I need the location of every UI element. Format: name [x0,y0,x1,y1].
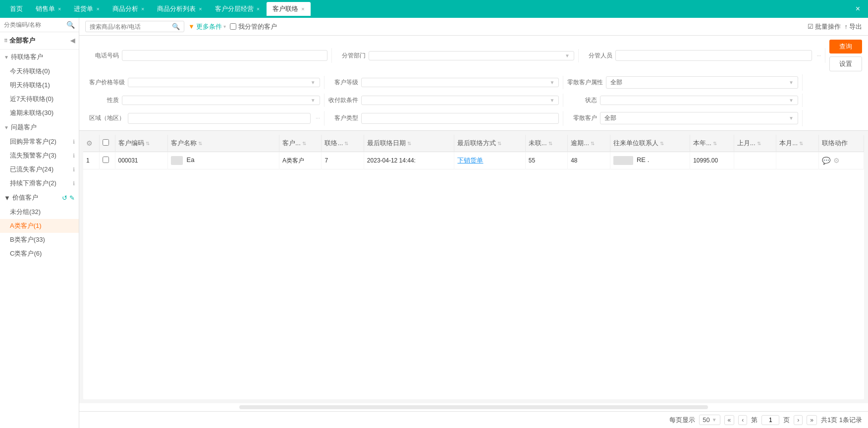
filter-search-icon[interactable]: 🔍 [172,23,180,30]
total-records-label: 共1页 1条记录 [821,416,862,425]
region-input[interactable] [132,115,306,122]
region-more-icon[interactable]: ··· [316,115,320,121]
refresh-icon[interactable]: ↺ [62,194,67,202]
sidebar-item-churn-warning[interactable]: 流失预警客户(3) ℹ [0,149,79,162]
filter-field-dept: 分管部门 ▼ [332,49,579,62]
query-btn[interactable]: 查询 [829,40,862,54]
phone-input-wrap[interactable] [122,50,327,61]
sidebar-item-overdue-contact[interactable]: 逾期未联络(30) [0,106,79,120]
sidebar-search-input[interactable] [4,21,64,28]
col-checkbox [99,135,115,152]
sort-year-icon[interactable]: ⇅ [713,141,717,146]
sidebar-item-7days[interactable]: 近7天待联络(0) [0,92,79,106]
close-tab-customer-mgmt[interactable]: × [257,6,260,12]
sidebar-group-problem[interactable]: ▼ 问题客户 [0,120,79,135]
nav-tab-customer-contact[interactable]: 客户联络 × [267,2,310,16]
nav-tab-customer-mgmt[interactable]: 客户分层经营 × [209,2,266,16]
close-tab-customer-contact[interactable]: × [301,6,304,12]
customer-type-input[interactable] [366,115,555,122]
price-level-select[interactable]: ▼ [128,78,320,87]
filter-field-nature: 性质 ▼ [85,94,325,107]
page-number-input[interactable] [761,415,779,425]
sidebar-item-c-class[interactable]: C类客户(6) [0,247,79,261]
more-filters-btn[interactable]: ▼ 更多条件 ▾ [188,22,226,31]
dept-select[interactable]: ▼ [369,51,574,60]
region-input-wrap[interactable] [128,113,311,124]
sidebar-item-repurchase-abnormal[interactable]: 回购异常客户(2) ℹ [0,135,79,149]
col-year-amount: 本年... ⇅ [690,135,734,152]
sort-contact-icon[interactable]: ⇅ [344,141,348,146]
sort-last-method-icon[interactable]: ⇅ [497,141,501,146]
dept-chevron-icon: ▼ [565,53,570,58]
customer-level-select[interactable]: ▼ [361,78,559,87]
sort-last-month-icon[interactable]: ⇅ [757,141,761,146]
customer-type-input-wrap[interactable] [361,113,559,124]
nav-tab-purchase[interactable]: 进货单 × [68,2,105,16]
first-page-btn[interactable]: « [724,415,735,425]
filter-field-customer-type: 客户类型 [325,111,564,126]
manager-input[interactable] [620,52,808,59]
sidebar-collapse-btn[interactable]: ◀ [70,37,75,44]
sidebar-item-a-class[interactable]: A类客户(1) [0,219,79,233]
payment-select[interactable]: ▼ [361,96,559,105]
retail-attr-chevron-icon: ▼ [789,80,794,85]
prev-page-btn[interactable]: ‹ [738,415,747,425]
sidebar-all-customers[interactable]: ⠿ 全部客户 ◀ [0,32,79,50]
message-action-icon[interactable]: 💬 [822,157,830,164]
status-select[interactable]: ▼ [600,96,798,105]
sort-level-icon[interactable]: ⇅ [302,141,306,146]
my-customers-check[interactable]: 我分管的客户 [230,22,277,31]
phone-input[interactable] [126,52,323,59]
close-tab-analysis-list[interactable]: × [199,6,202,12]
nav-tab-analysis-list[interactable]: 商品分析列表 × [151,2,208,16]
sidebar-item-churned[interactable]: 已流失客户(24) ℹ [0,162,79,176]
sidebar-group-pending[interactable]: ▼ 待联络客户 [0,50,79,64]
last-page-btn[interactable]: » [807,415,817,425]
nature-label: 性质 [89,96,119,105]
sort-code-icon[interactable]: ⇅ [146,141,150,146]
close-tab-sales[interactable]: × [58,6,61,12]
sidebar-search-icon[interactable]: 🔍 [66,21,75,29]
cell-seq: 1 [83,152,99,169]
nav-tab-analysis[interactable]: 商品分析 × [107,2,150,16]
filter-row-1: 电话号码 分管部门 ▼ 分管人员 [85,40,862,71]
close-tab-analysis[interactable]: × [141,6,144,12]
retail-attr-select[interactable]: 全部 ▼ [606,76,798,89]
next-page-btn[interactable]: › [794,415,803,425]
sidebar-item-b-class[interactable]: B类客户(33) [0,233,79,247]
sort-not-contact-icon[interactable]: ⇅ [548,141,552,146]
sort-last-date-icon[interactable]: ⇅ [407,141,411,146]
btn-col: 查询 设置 [825,40,862,71]
last-method-link[interactable]: 下销货单 [457,157,483,164]
page-size-select[interactable]: 50 ▼ [699,415,720,425]
customer-level-chevron-icon: ▼ [549,80,554,85]
close-all-tabs[interactable]: × [852,2,864,15]
link-action-icon[interactable]: ⚙ [833,157,840,164]
batch-op-btn[interactable]: ☑ 批量操作 [808,22,841,31]
sort-contact-person-icon[interactable]: ⇅ [660,141,664,146]
sort-name-icon[interactable]: ⇅ [198,141,202,146]
nav-tab-sales[interactable]: 销售单 × [30,2,67,16]
nature-select[interactable]: ▼ [122,96,320,105]
sidebar-item-today[interactable]: 今天待联络(0) [0,64,79,78]
sort-overdue-icon[interactable]: ⇅ [591,141,595,146]
row-checkbox[interactable] [103,157,109,163]
export-btn[interactable]: ↑ 导出 [845,22,863,31]
manager-more-icon[interactable]: ··· [817,53,821,58]
sidebar-item-tomorrow[interactable]: 明天待联络(1) [0,78,79,92]
sidebar-item-ungroup[interactable]: 未分组(32) [0,205,79,219]
manager-input-wrap[interactable] [615,50,812,61]
settings-btn[interactable]: 设置 [829,56,862,71]
my-customers-checkbox[interactable] [230,23,236,30]
retail-customer-select[interactable]: 全部 ▼ [600,112,798,124]
close-tab-purchase[interactable]: × [96,6,99,12]
cell-name: Ea [168,152,279,169]
filter-search-input[interactable] [90,23,170,30]
edit-icon[interactable]: ✎ [69,194,75,202]
sort-this-month-icon[interactable]: ⇅ [799,141,803,146]
horizontal-scrollbar[interactable] [239,405,708,409]
select-all-checkbox[interactable] [103,139,109,146]
sidebar-item-declining[interactable]: 持续下滑客户(2) ℹ [0,176,79,190]
nav-home[interactable]: 首页 [4,2,29,15]
settings-col-icon[interactable]: ⚙ [86,139,93,147]
